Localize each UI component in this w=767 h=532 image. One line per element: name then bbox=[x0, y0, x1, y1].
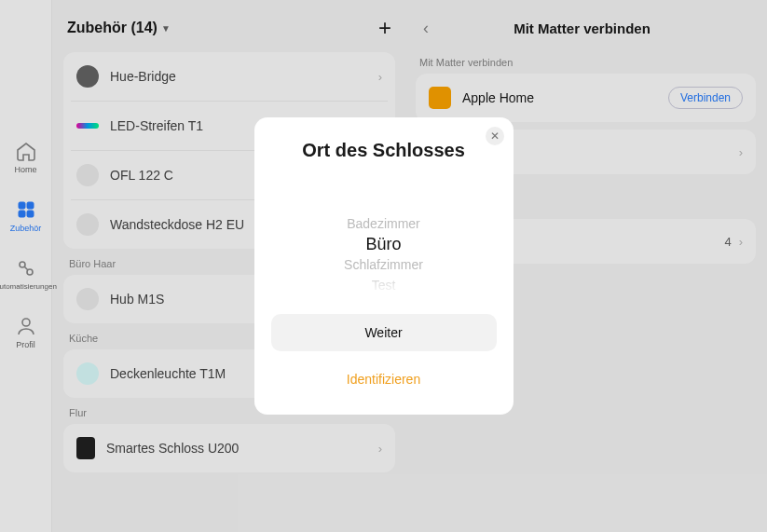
picker-option[interactable]: Test bbox=[372, 275, 396, 295]
modal-title: Ort des Schlosses bbox=[271, 140, 497, 161]
location-picker-modal: ✕ Ort des Schlosses Badezimmer Büro Schl… bbox=[254, 117, 514, 415]
modal-overlay[interactable]: ✕ Ort des Schlosses Badezimmer Büro Schl… bbox=[0, 0, 767, 532]
identify-button[interactable]: Identifizieren bbox=[271, 361, 497, 398]
picker-option[interactable]: Schlafzimmer bbox=[344, 254, 423, 275]
picker-option-selected[interactable]: Büro bbox=[365, 234, 401, 254]
location-picker[interactable]: Badezimmer Büro Schlafzimmer Test Wohnzi… bbox=[271, 193, 497, 295]
continue-button[interactable]: Weiter bbox=[271, 314, 497, 351]
picker-option[interactable]: Badezimmer bbox=[347, 213, 420, 234]
close-button[interactable]: ✕ bbox=[486, 127, 504, 145]
